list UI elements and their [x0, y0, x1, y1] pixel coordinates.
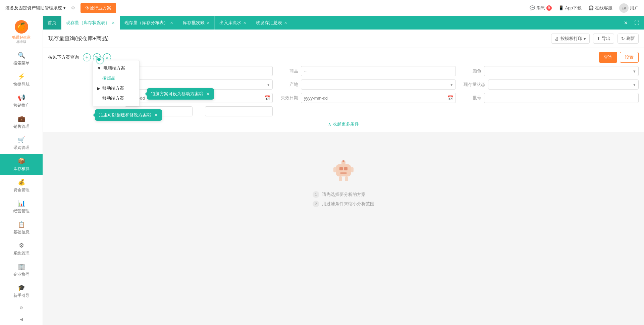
hint-num-2: 2	[313, 201, 319, 207]
add-schema-btn[interactable]: ＋	[83, 53, 91, 61]
export-btn[interactable]: ⬆ 导出	[593, 34, 614, 44]
settings-filter-btn[interactable]: 设置	[620, 52, 639, 63]
batch-input[interactable]	[484, 93, 639, 103]
goods-label: 商品	[278, 68, 298, 74]
headset-icon: 🎧	[588, 5, 594, 10]
sidebar-item-enterprise[interactable]: 🏢 企业协同	[0, 260, 43, 281]
tab-close-inout-flow[interactable]: ✕	[243, 21, 246, 25]
tooltip-edit-scheme: 这里可以创建和修改方案哦 ✕	[95, 109, 162, 121]
tab-close-stock-status[interactable]: ✕	[112, 21, 115, 25]
svg-rect-9	[345, 176, 348, 181]
svg-point-5	[342, 160, 344, 162]
batch-label: 批号	[461, 95, 481, 101]
stock-status-label: 现存量状态	[461, 82, 485, 88]
sidebar-item-quick-nav[interactable]: ⚡ 快捷导航	[0, 69, 43, 91]
refresh-btn[interactable]: ↻ 刷新	[618, 34, 639, 44]
sidebar-bottom-collapse[interactable]: ◀	[0, 314, 43, 325]
svg-rect-1	[339, 167, 343, 170]
logo-icon: 🍊	[15, 20, 28, 34]
mobile-item-label: 移动端方案	[102, 95, 124, 101]
sidebar-bottom-settings[interactable]: ⚙	[0, 302, 43, 314]
schema-tree-desktop-item[interactable]: 按照品	[93, 73, 139, 83]
tab-close-all-btn[interactable]: ✕	[621, 18, 631, 28]
sidebar-item-marketing[interactable]: 📢 营销推广	[0, 91, 43, 112]
message-badge: 9	[546, 5, 552, 11]
goods-select[interactable]: ···	[301, 66, 455, 76]
stock-status-select[interactable]: ▾	[488, 79, 639, 90]
exp-date-input[interactable]	[301, 93, 455, 103]
sidebar-label-sales: 销售管理	[13, 124, 30, 129]
tab-close-stock-batch[interactable]: ✕	[207, 21, 210, 25]
sidebar-item-sales[interactable]: 💼 销售管理	[0, 112, 43, 133]
sidebar-item-business[interactable]: 📊 经营管理	[0, 196, 43, 217]
app-download-item[interactable]: 📱 App下载	[558, 5, 582, 11]
tooltip-desktop-text: 电脑方案可设为移动方案哦	[151, 91, 203, 97]
sidebar-item-base-info[interactable]: 📋 基础信息	[0, 217, 43, 238]
sidebar-item-stock[interactable]: 📦 库存核算	[0, 154, 43, 175]
schema-tree-mobile[interactable]: ▶ 移动端方案	[93, 83, 139, 93]
collapse-label: 收起更多条件	[333, 121, 359, 127]
top-bar-left: 装备及固定资产辅助管理系统 ▾ ⚙ 体验行业方案	[5, 3, 116, 13]
hint-text-1: 请先选择要分析的方案	[322, 192, 366, 198]
user-label: 用户	[630, 5, 639, 11]
origin-select[interactable]: ▾	[301, 79, 455, 90]
tab-home[interactable]: 首页	[43, 16, 61, 30]
sidebar-logo: 🍊 畅通好生意 标准版	[0, 16, 43, 48]
quick-nav-icon: ⚡	[18, 73, 25, 80]
user-item[interactable]: Ea 用户	[619, 3, 639, 13]
tooltip-desktop-close[interactable]: ✕	[206, 91, 210, 97]
sidebar-item-search[interactable]: 🔍 搜索菜单	[0, 48, 43, 69]
print-btn[interactable]: 🖨 按模板打印 ▾	[551, 34, 590, 44]
online-support-label: 在线客服	[595, 5, 612, 11]
sidebar-item-system[interactable]: ⚙ 系统管理	[0, 238, 43, 260]
stock-main-to[interactable]	[205, 106, 273, 116]
message-item[interactable]: 💬 消息 9	[530, 5, 552, 11]
filter-field-origin: 产地 ▾	[278, 79, 455, 90]
filter-field-batch: 批号	[461, 93, 639, 103]
sales-icon: 💼	[18, 115, 25, 122]
tab-close-stock-dist[interactable]: ✕	[170, 21, 173, 25]
color-label: 颜色	[461, 68, 481, 74]
sidebar-label-marketing: 营销推广	[13, 103, 30, 108]
settings-btn[interactable]: ⚙	[68, 3, 78, 13]
system-select[interactable]: 装备及固定资产辅助管理系统 ▾	[5, 5, 66, 11]
sidebar: 🍊 畅通好生意 标准版 🔍 搜索菜单 ⚡ 快捷导航 📢 营销推广 💼 销售	[0, 16, 43, 325]
tab-inout-flow[interactable]: 出入库流水 ✕	[215, 16, 251, 30]
color-select[interactable]: ▾	[484, 66, 639, 76]
app-container: 装备及固定资产辅助管理系统 ▾ ⚙ 体验行业方案 💬 消息 9 📱 App下载 …	[0, 0, 644, 325]
schema-tree-mobile-item[interactable]: 移动端方案	[93, 93, 139, 103]
desktop-schema-label: 电脑端方案	[103, 65, 125, 71]
tooltip-arrow-left2	[93, 113, 97, 117]
sidebar-item-finance[interactable]: 💰 资金管理	[0, 175, 43, 196]
tab-receive-send[interactable]: 收发存汇总表 ✕	[251, 16, 292, 30]
plus-icon: ＋	[85, 54, 89, 60]
warehouse-select[interactable]: ···	[118, 66, 273, 76]
sidebar-label-system: 系统管理	[13, 251, 30, 256]
sidebar-item-purchase[interactable]: 🛒 采购管理	[0, 133, 43, 154]
schema-tree-desktop[interactable]: ▼ 电脑端方案	[93, 63, 139, 73]
tab-expand-btn[interactable]: ⛶	[632, 18, 641, 28]
query-btn[interactable]: 查询	[599, 52, 617, 63]
tab-close-receive-send[interactable]: ✕	[284, 21, 287, 25]
avatar: Ea	[619, 3, 629, 13]
online-support-item[interactable]: 🎧 在线客服	[588, 5, 612, 11]
sidebar-label-search: 搜索菜单	[13, 60, 30, 66]
mfg-date-cal-icon[interactable]: 📅	[264, 95, 270, 101]
tooltip-edit-close[interactable]: ✕	[154, 112, 158, 118]
tab-stock-batch[interactable]: 库存批次账 ✕	[178, 16, 215, 30]
mobile-expand-arrow: ▶	[97, 86, 100, 91]
message-icon: 💬	[530, 5, 535, 10]
sidebar-item-guide[interactable]: 🎓 新手引导	[0, 281, 43, 302]
trial-btn[interactable]: 体验行业方案	[80, 3, 116, 13]
top-bar-right: 💬 消息 9 📱 App下载 🎧 在线客服 Ea 用户	[530, 3, 639, 13]
origin-arrow: ▾	[450, 82, 453, 87]
range-separator: —	[197, 109, 201, 114]
tab-stock-status[interactable]: 现存量（库存状况表） ✕	[61, 16, 120, 30]
tab-receive-send-label: 收发存汇总表	[256, 20, 282, 26]
system-icon: ⚙	[19, 242, 24, 249]
exp-date-cal-icon[interactable]: 📅	[447, 95, 453, 101]
system-title: 装备及固定资产辅助管理系统	[5, 5, 62, 11]
filter-field-exp-date: 失效日期 📅	[278, 93, 455, 103]
export-icon: ⬆	[597, 36, 600, 41]
tab-stock-dist[interactable]: 现存量（库存分布表） ✕	[120, 16, 178, 30]
